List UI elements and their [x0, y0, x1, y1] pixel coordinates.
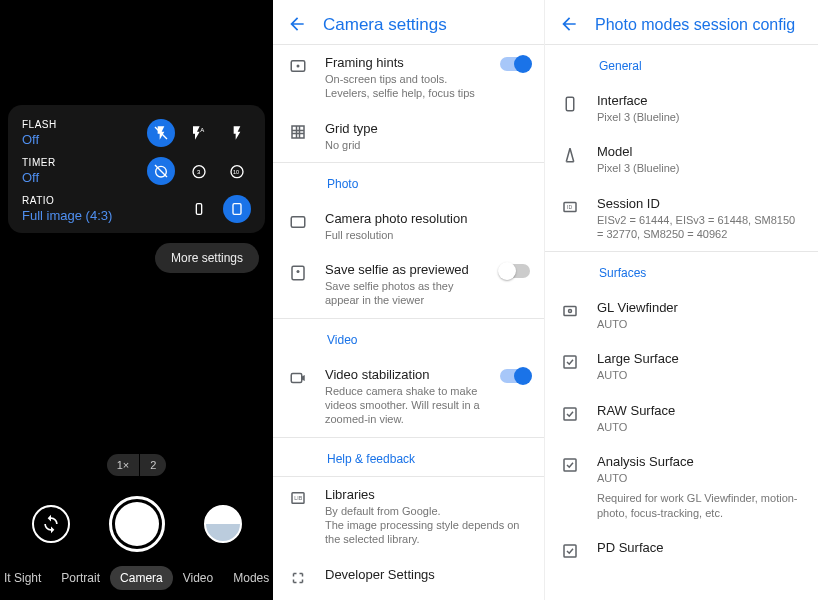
- libraries-icon: LIB: [287, 487, 309, 507]
- item-libraries[interactable]: LIB LibrariesBy default from Google. The…: [273, 477, 544, 557]
- item-video-stabilization[interactable]: Video stabilizationReduce camera shake t…: [273, 357, 544, 437]
- id-icon: ID: [559, 196, 581, 216]
- timer-label: TIMER: [22, 157, 56, 168]
- ratio-tall-icon[interactable]: [185, 195, 213, 223]
- mode-camera[interactable]: Camera: [110, 566, 173, 590]
- section-surfaces: Surfaces: [545, 252, 818, 290]
- quick-settings-sheet: FLASH Off A TIMER Off 3 10 RATIO: [8, 105, 265, 233]
- svg-rect-9: [233, 204, 241, 215]
- mode-portrait[interactable]: Portrait: [51, 566, 110, 590]
- zoom-1x[interactable]: 1×: [107, 454, 141, 476]
- svg-text:10: 10: [233, 169, 239, 175]
- section-help[interactable]: Help & feedback: [273, 438, 544, 476]
- ratio-value: Full image (4:3): [22, 208, 112, 223]
- svg-point-11: [297, 65, 300, 68]
- item-pd-surface[interactable]: PD Surface: [545, 530, 818, 570]
- item-analysis-surface[interactable]: Analysis SurfaceAUTORequired for work GL…: [545, 444, 818, 530]
- check-icon: [559, 540, 581, 560]
- section-video: Video: [273, 319, 544, 357]
- resolution-icon: [287, 211, 309, 231]
- item-save-selfie[interactable]: Save selfie as previewedSave selfie phot…: [273, 252, 544, 318]
- ratio-full-icon[interactable]: [223, 195, 251, 223]
- stabilization-icon: [287, 367, 309, 387]
- flash-on-icon[interactable]: [223, 119, 251, 147]
- timer-3s-icon[interactable]: 3: [185, 157, 213, 185]
- item-interface[interactable]: InterfacePixel 3 (Blueline): [545, 83, 818, 134]
- mode-video[interactable]: Video: [173, 566, 223, 590]
- settings-title: Camera settings: [323, 15, 447, 35]
- mode-modes[interactable]: Modes: [223, 566, 273, 590]
- flash-off-icon[interactable]: [147, 119, 175, 147]
- svg-text:A: A: [200, 127, 204, 133]
- grid-icon: [287, 121, 309, 141]
- item-framing-hints[interactable]: Framing hintsOn-screen tips and tools. L…: [273, 45, 544, 111]
- section-general: General: [545, 45, 818, 83]
- mode-night-sight[interactable]: It Sight: [0, 566, 51, 590]
- svg-rect-21: [564, 307, 576, 316]
- check-icon: [559, 403, 581, 423]
- svg-rect-15: [291, 373, 302, 382]
- svg-rect-18: [566, 97, 574, 111]
- item-developer-settings[interactable]: Developer Settings: [273, 557, 544, 597]
- svg-rect-24: [564, 408, 576, 420]
- flash-value: Off: [22, 132, 57, 147]
- svg-rect-8: [196, 204, 201, 215]
- shutter-button[interactable]: [109, 496, 165, 552]
- svg-rect-25: [564, 459, 576, 471]
- svg-rect-23: [564, 356, 576, 368]
- back-icon[interactable]: [559, 14, 581, 36]
- selfie-icon: [287, 262, 309, 282]
- timer-value: Off: [22, 170, 56, 185]
- svg-text:3: 3: [197, 169, 201, 175]
- timer-10s-icon[interactable]: 10: [223, 157, 251, 185]
- item-gl-viewfinder[interactable]: GL ViewfinderAUTO: [545, 290, 818, 341]
- selfie-toggle[interactable]: [500, 264, 530, 278]
- check-icon: [559, 351, 581, 371]
- item-session-id[interactable]: ID Session IDEISv2 = 61444, EISv3 = 6144…: [545, 186, 818, 252]
- item-grid-type[interactable]: Grid typeNo grid: [273, 111, 544, 162]
- phone-icon: [559, 93, 581, 113]
- back-icon[interactable]: [287, 14, 309, 36]
- flash-auto-icon[interactable]: A: [185, 119, 213, 147]
- stabilization-toggle[interactable]: [500, 369, 530, 383]
- check-icon: [559, 454, 581, 474]
- config-title: Photo modes session config: [595, 16, 795, 34]
- more-settings-button[interactable]: More settings: [155, 243, 259, 273]
- item-large-surface[interactable]: Large SurfaceAUTO: [545, 341, 818, 392]
- session-config-panel: Photo modes session config General Inter…: [545, 0, 818, 600]
- zoom-2x[interactable]: 2: [140, 454, 166, 476]
- item-model[interactable]: ModelPixel 3 (Blueline): [545, 134, 818, 185]
- framing-icon: [287, 55, 309, 75]
- item-raw-surface[interactable]: RAW SurfaceAUTO: [545, 393, 818, 444]
- svg-point-14: [297, 270, 300, 273]
- item-photo-resolution[interactable]: Camera photo resolutionFull resolution: [273, 201, 544, 252]
- framing-toggle[interactable]: [500, 57, 530, 71]
- flash-label: FLASH: [22, 119, 57, 130]
- ratio-label: RATIO: [22, 195, 112, 206]
- gallery-thumbnail[interactable]: [204, 505, 242, 543]
- section-photo: Photo: [273, 163, 544, 201]
- svg-rect-12: [291, 217, 305, 228]
- camera-settings-panel: Camera settings Framing hintsOn-screen t…: [273, 0, 545, 600]
- viewfinder-icon: [559, 300, 581, 320]
- svg-text:LIB: LIB: [294, 495, 302, 501]
- camera-viewfinder-panel: FLASH Off A TIMER Off 3 10 RATIO: [0, 0, 273, 600]
- svg-point-22: [569, 310, 572, 313]
- switch-camera-button[interactable]: [32, 505, 70, 543]
- timer-off-icon[interactable]: [147, 157, 175, 185]
- compass-icon: [559, 144, 581, 164]
- svg-rect-26: [564, 545, 576, 557]
- svg-text:ID: ID: [567, 204, 572, 210]
- developer-icon: [287, 567, 309, 587]
